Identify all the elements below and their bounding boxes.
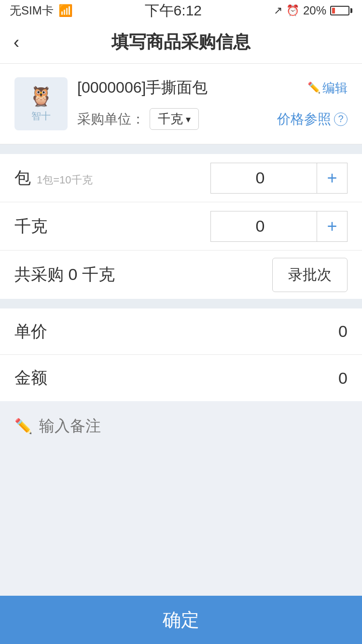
pencil-icon: ✏️ [14, 418, 32, 434]
kg-quantity-input[interactable] [210, 211, 317, 242]
remark-input[interactable] [39, 416, 348, 452]
product-info: [0000006]手撕面包 ✏️ 编辑 采购单位： 千克 ▾ 价格参照 ? [77, 77, 348, 130]
confirm-button[interactable]: 确定 [0, 596, 362, 644]
unit-price-value: 0 [338, 322, 348, 341]
location-icon: ↗ [274, 4, 282, 17]
nav-bar: ‹ 填写商品采购信息 [0, 21, 362, 64]
bag-label: 包 1包=10千克 [14, 167, 93, 189]
amount-label: 金额 [14, 367, 47, 389]
amount-row: 金额 0 [0, 355, 362, 401]
summary-row: 共采购 0 千克 录批次 [0, 251, 362, 299]
battery-percent: 20% [303, 4, 326, 17]
price-ref-help-icon: ? [334, 112, 348, 126]
product-name: [0000006]手撕面包 [77, 77, 208, 98]
battery-indicator [330, 6, 352, 15]
section-divider-1 [0, 144, 362, 154]
price-ref-label: 价格参照 [277, 110, 331, 128]
unit-chevron-icon: ▾ [186, 113, 191, 125]
bag-input-row: 包 1包=10千克 + [0, 154, 362, 202]
price-ref-button[interactable]: 价格参照 ? [277, 110, 348, 128]
status-bar-left: 无SIM卡 📶 [10, 3, 73, 18]
record-batch-button[interactable]: 录批次 [272, 258, 348, 292]
unit-label: 采购单位： [77, 110, 145, 128]
unit-price-label: 单价 [14, 321, 47, 343]
product-thumbnail: 🦉 智十 [14, 77, 68, 130]
remark-section[interactable]: ✏️ [0, 401, 362, 488]
bag-quantity-input[interactable] [210, 163, 317, 194]
edit-button[interactable]: ✏️ 编辑 [307, 80, 348, 97]
wifi-icon: 📶 [58, 4, 73, 17]
kg-input-right: + [210, 211, 348, 242]
price-section: 单价 0 金额 0 [0, 308, 362, 401]
alarm-icon: ⏰ [286, 4, 299, 17]
section-divider-2 [0, 299, 362, 308]
bag-plus-button[interactable]: + [317, 163, 348, 194]
carrier-label: 无SIM卡 [10, 3, 54, 18]
unit-value: 千克 [158, 111, 183, 127]
status-bar: 无SIM卡 📶 下午6:12 ↗ ⏰ 20% [0, 0, 362, 21]
status-bar-right: ↗ ⏰ 20% [274, 4, 352, 17]
product-thumb-label: 智十 [31, 110, 51, 123]
status-bar-time: 下午6:12 [145, 1, 202, 21]
bag-label-sub: 1包=10千克 [37, 173, 93, 187]
edit-icon: ✏️ [307, 82, 320, 94]
page-title: 填写商品采购信息 [111, 30, 251, 54]
kg-label-text: 千克 [14, 215, 47, 238]
product-owl-icon: 🦉 [29, 85, 53, 108]
back-button[interactable]: ‹ [14, 32, 19, 53]
kg-input-row: 千克 + [0, 202, 362, 251]
kg-label: 千克 [14, 215, 47, 238]
unit-price-row: 单价 0 [0, 308, 362, 355]
summary-text: 共采购 0 千克 [14, 264, 115, 286]
edit-label: 编辑 [322, 80, 348, 97]
kg-plus-button[interactable]: + [317, 211, 348, 242]
amount-value: 0 [338, 369, 348, 388]
bag-label-text: 包 [14, 167, 31, 189]
product-card: 🦉 智十 [0000006]手撕面包 ✏️ 编辑 采购单位： 千克 ▾ [0, 64, 362, 144]
unit-select[interactable]: 千克 ▾ [150, 108, 199, 130]
bag-input-right: + [210, 163, 348, 194]
gray-background [0, 488, 362, 596]
input-section: 包 1包=10千克 + 千克 + [0, 154, 362, 251]
